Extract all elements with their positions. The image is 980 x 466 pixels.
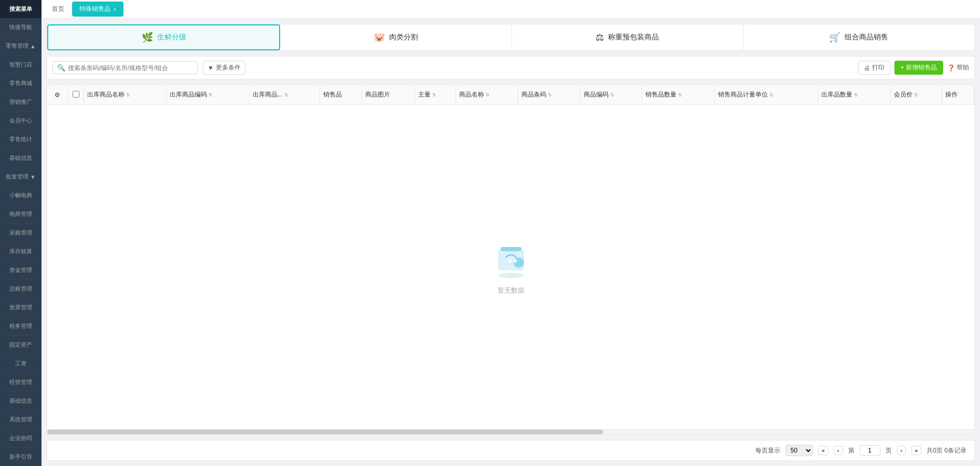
search-box[interactable]: 🔍 xyxy=(52,61,198,74)
first-page-button[interactable]: « xyxy=(818,446,829,455)
sidebar-item-biz-mgmt[interactable]: 经营管理 xyxy=(0,373,42,392)
sidebar-item-inventory[interactable]: 库存核算 xyxy=(0,242,42,261)
th-settings[interactable]: ⚙ xyxy=(47,85,68,105)
empty-state-text: 暂无数据 xyxy=(498,286,524,295)
sort-icon[interactable]: ⇅ xyxy=(769,92,774,98)
th-prod-name: 商品名称⇅ xyxy=(456,85,518,105)
sidebar-item-fixed-assets[interactable]: 固定资产 xyxy=(0,336,42,354)
add-product-button[interactable]: + 新增销售品 xyxy=(894,61,943,75)
chevron-down-icon: ▼ xyxy=(30,174,36,180)
sidebar-item-ledger-mgmt[interactable]: 总账管理 xyxy=(0,280,42,298)
sidebar-item-system-mgmt[interactable]: 系统管理 xyxy=(0,410,42,429)
th-out-name: 出库商品名称⇅ xyxy=(84,85,167,105)
per-page-select[interactable]: 50 10 20 100 xyxy=(785,445,813,456)
sort-icon[interactable]: ⇅ xyxy=(548,92,552,98)
sort-icon[interactable]: ⇅ xyxy=(854,92,858,98)
scroll-thumb[interactable] xyxy=(47,430,603,434)
horizontal-scrollbar[interactable] xyxy=(47,429,974,434)
last-page-button[interactable]: » xyxy=(911,446,921,455)
meat-icon: 🐷 xyxy=(374,32,385,43)
th-main: 主量⇅ xyxy=(415,85,456,105)
sidebar-item-salary[interactable]: 工资 xyxy=(0,354,42,373)
cat-tab-combo[interactable]: 🛒 组合商品销售 xyxy=(743,24,974,50)
sort-icon[interactable]: ⇅ xyxy=(126,92,130,98)
print-icon: 🖨 xyxy=(864,64,870,72)
th-sale-unit: 销售商品计量单位⇅ xyxy=(714,85,818,105)
next-page-button[interactable]: › xyxy=(897,446,906,455)
header-tabs: 首页 特殊销售品 × xyxy=(42,0,980,19)
cat-tab-meat[interactable]: 🐷 肉类分割 xyxy=(280,24,512,50)
per-page-label: 每页显示 xyxy=(755,446,780,455)
page-label: 页 xyxy=(886,446,892,455)
th-out-spec: 出库商品...⇅ xyxy=(249,85,320,105)
pagination: 每页显示 50 10 20 100 « ‹ 第 页 › » 共0页 0条记录 xyxy=(47,440,975,461)
filter-icon: ▼ xyxy=(208,64,214,72)
sort-icon[interactable]: ⇅ xyxy=(432,92,436,98)
sidebar-item-retail-mall[interactable]: 零售商城 xyxy=(0,74,42,93)
sidebar-item-quick-nav[interactable]: 快捷导航 xyxy=(0,18,42,37)
sidebar-item-enterprise-collab[interactable]: 企业协同 xyxy=(0,429,42,448)
sidebar-item-retail-mgmt[interactable]: 零售管理 ▲ xyxy=(0,37,42,56)
tab-special-sales[interactable]: 特殊销售品 × xyxy=(72,2,123,17)
sidebar-item-purchase-mgmt[interactable]: 采购管理 xyxy=(0,224,42,242)
weigh-icon: ⚖ xyxy=(596,32,604,43)
search-input[interactable] xyxy=(68,64,192,72)
sidebar-item-mini-ecom[interactable]: 小畅电商 xyxy=(0,186,42,205)
th-prod-code: 商品编码⇅ xyxy=(580,85,642,105)
sidebar-item-member-center[interactable]: 会员中心 xyxy=(0,112,42,130)
sort-icon[interactable]: ⇅ xyxy=(914,92,918,98)
sidebar-item-retail-stats[interactable]: 零售统计 xyxy=(0,130,42,149)
sidebar-item-ecom-mgmt[interactable]: 电商管理 xyxy=(0,205,42,224)
table-container: ⚙ 出库商品名称⇅ 出库商品编码⇅ 出库商品...⇅ 销售品 商品图片 主量⇅ … xyxy=(47,85,975,435)
svg-rect-2 xyxy=(501,247,521,251)
th-action: 操作 xyxy=(942,85,974,105)
close-tab-icon[interactable]: × xyxy=(113,6,116,12)
combo-icon: 🛒 xyxy=(829,32,840,43)
toolbar-left: 🔍 ▼ 更多条件 xyxy=(52,61,245,75)
select-all-checkbox[interactable] xyxy=(73,91,79,98)
toolbar: 🔍 ▼ 更多条件 🖨 打印 + 新增销售品 ❓ 帮助 xyxy=(47,56,975,79)
th-image: 商品图片 xyxy=(362,85,415,105)
sort-icon[interactable]: ⇅ xyxy=(284,92,288,98)
help-icon: ❓ xyxy=(947,64,955,72)
main-content: 首页 特殊销售品 × 🌿 生鲜分级 🐷 肉类分割 ⚖ 称重预包装商品 🛒 组合商… xyxy=(42,0,980,466)
svg-point-5 xyxy=(514,259,517,263)
sort-icon[interactable]: ⇅ xyxy=(678,92,682,98)
content-area: 🌿 生鲜分级 🐷 肉类分割 ⚖ 称重预包装商品 🛒 组合商品销售 🔍 xyxy=(42,19,980,466)
total-info: 共0页 0条记录 xyxy=(927,446,967,455)
prev-page-button[interactable]: ‹ xyxy=(834,446,843,455)
table-header-row: ⚙ 出库商品名称⇅ 出库商品编码⇅ 出库商品...⇅ 销售品 商品图片 主量⇅ … xyxy=(47,85,974,105)
filter-button[interactable]: ▼ 更多条件 xyxy=(203,61,245,75)
th-sale-item: 销售品 xyxy=(320,85,362,105)
data-table: ⚙ 出库商品名称⇅ 出库商品编码⇅ 出库商品...⇅ 销售品 商品图片 主量⇅ … xyxy=(47,85,974,105)
sidebar-item-finance-mgmt[interactable]: 资金管理 xyxy=(0,261,42,280)
cat-tab-fresh[interactable]: 🌿 生鲜分级 xyxy=(47,24,280,50)
th-checkbox[interactable] xyxy=(68,85,84,105)
sidebar-item-beginner-guide[interactable]: 新手引导 xyxy=(0,448,42,466)
sidebar-item-invoice-mgmt[interactable]: 发票管理 xyxy=(0,298,42,317)
sort-icon[interactable]: ⇅ xyxy=(209,92,213,98)
th-barcode: 商品条码⇅ xyxy=(518,85,580,105)
sidebar-item-marketing[interactable]: 营销推广 xyxy=(0,93,42,112)
sort-icon[interactable]: ⇅ xyxy=(610,92,614,98)
sidebar-item-wholesale-mgmt[interactable]: 批发管理 ▼ xyxy=(0,168,42,186)
page-input[interactable] xyxy=(860,445,880,456)
category-tabs: 🌿 生鲜分级 🐷 肉类分割 ⚖ 称重预包装商品 🛒 组合商品销售 xyxy=(47,24,975,51)
sidebar-item-smart-store[interactable]: 智慧门店 xyxy=(0,56,42,74)
sidebar-item-tax-mgmt[interactable]: 税务管理 xyxy=(0,317,42,336)
chevron-icon: ▲ xyxy=(30,43,36,49)
toolbar-right: 🖨 打印 + 新增销售品 ❓ 帮助 xyxy=(858,61,969,75)
fresh-icon: 🌿 xyxy=(142,32,153,43)
cat-tab-weigh[interactable]: ⚖ 称重预包装商品 xyxy=(512,24,743,50)
tab-home[interactable]: 首页 xyxy=(47,2,70,17)
svg-point-0 xyxy=(498,273,524,278)
search-icon: 🔍 xyxy=(57,64,65,72)
th-member-price: 会员价⇅ xyxy=(890,85,942,105)
svg-point-4 xyxy=(508,259,512,263)
sidebar-item-basic-info-1[interactable]: 基础信息 xyxy=(0,149,42,168)
sort-icon[interactable]: ⇅ xyxy=(486,92,490,98)
print-button[interactable]: 🖨 打印 xyxy=(858,61,890,75)
help-button[interactable]: ❓ 帮助 xyxy=(947,63,969,72)
sidebar-logo[interactable]: 搜索菜单 xyxy=(0,0,42,18)
sidebar-item-basic-info-2[interactable]: 基础信息 xyxy=(0,392,42,410)
